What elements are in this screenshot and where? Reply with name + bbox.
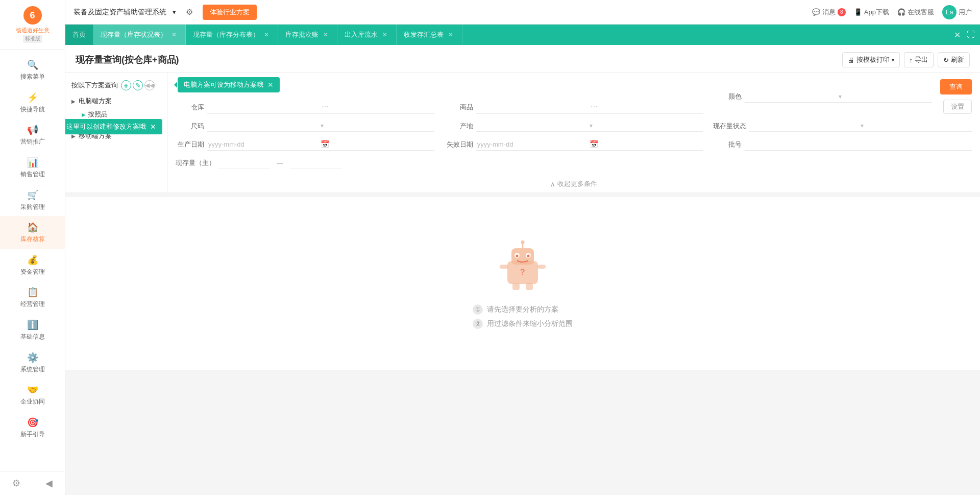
tab-close-all-icon[interactable]: ✕ (953, 29, 962, 41)
tab-inventory-dist[interactable]: 现存量（库存分布表） ✕ (186, 25, 278, 45)
tab-batch[interactable]: 库存批次账 ✕ (278, 25, 337, 45)
message-item[interactable]: 💬 消息 8 (812, 8, 846, 17)
filter-scheme-area: 按以下方案查询 + ✎ ◀◀ 电脑方案可设为移动方案哦 ✕ (65, 73, 980, 193)
calendar-icon-2[interactable]: 📅 (590, 140, 702, 148)
export-button[interactable]: ↑ 导出 (904, 52, 934, 67)
svg-rect-8 (500, 265, 508, 269)
create-scheme-popover: 这里可以创建和修改方案哦 ✕ (65, 119, 162, 134)
sidebar-bottom: ⚙ ◀ (0, 471, 65, 495)
experience-button[interactable]: 体验行业方案 (203, 5, 257, 20)
tab-close-4[interactable]: ✕ (381, 31, 389, 39)
quick-nav-icon: ⚡ (27, 91, 39, 104)
collapse-row[interactable]: ∧ 收起更多条件 (176, 175, 972, 193)
avatar: Ea (942, 5, 957, 19)
app-download-label: App下载 (864, 8, 889, 17)
filter-row-1: 仓库 ··· 商品 ··· (176, 79, 972, 114)
sidebar-settings-btn[interactable]: ⚙ (10, 476, 22, 491)
tab-close-2[interactable]: ✕ (262, 31, 271, 39)
filter-cell-prod-date: 生产日期 yyyy-mm-dd 📅 (176, 138, 434, 151)
query-button[interactable]: 查询 (940, 79, 972, 95)
sidebar-collapse-btn[interactable]: ◀ (43, 476, 55, 491)
filter-fields-panel: 仓库 ··· 商品 ··· (167, 73, 980, 193)
refresh-button[interactable]: ↻ 刷新 (938, 52, 970, 67)
empty-state: ? ① 请先选择要分析的方案 ② 用过滤条件来缩小分析范围 (65, 197, 980, 370)
back-scheme-button[interactable]: ◀◀ (144, 80, 155, 90)
sidebar-item-search[interactable]: 🔍 搜索菜单 (0, 54, 65, 86)
sidebar-item-collab[interactable]: 🤝 企业协同 (0, 379, 65, 411)
goods-label: 商品 (445, 103, 473, 112)
user-item[interactable]: Ea 用户 (942, 5, 972, 19)
batch-input[interactable] (745, 138, 972, 151)
warehouse-dots-icon[interactable]: ··· (322, 102, 433, 111)
message-icon: 💬 (812, 8, 820, 16)
app-download-item[interactable]: 📱 App下载 (854, 8, 889, 17)
sidebar: 6 畅通道好生意 标准版 🔍 搜索菜单 ⚡ 快捷导航 📢 营销推广 📊 销售管理… (0, 0, 65, 495)
svg-text:?: ? (520, 268, 525, 276)
sidebar-item-system[interactable]: ⚙️ 系统管理 (0, 346, 65, 379)
filter-row-3: 生产日期 yyyy-mm-dd 📅 失效日期 yyyy-mm-dd 📅 (176, 138, 972, 151)
warehouse-select[interactable]: ··· (207, 100, 434, 114)
stock-main-input-from[interactable] (218, 157, 270, 169)
color-select[interactable]: ▾ (745, 91, 932, 103)
desktop-scheme-section: ▶ 电脑端方案 ▶ 按照品 (65, 95, 167, 121)
origin-chevron-icon: ▾ (590, 122, 702, 129)
origin-select[interactable]: ▾ (476, 120, 703, 132)
collapse-up-icon: ∧ (550, 180, 555, 188)
page-title: 现存量查询(按仓库+商品) (76, 54, 179, 66)
template-print-button[interactable]: 🖨 按模板打印 ▾ (842, 52, 900, 67)
sidebar-item-finance[interactable]: 💰 资金管理 (0, 249, 65, 281)
tab-summary[interactable]: 收发存汇总表 ✕ (397, 25, 462, 45)
tab-inventory-status[interactable]: 现存量（库存状况表） ✕ (93, 25, 186, 45)
stock-status-chevron-icon: ▾ (861, 122, 971, 129)
scheme-popover-close[interactable]: ✕ (267, 81, 274, 89)
prod-date-placeholder: yyyy-mm-dd (208, 140, 321, 148)
origin-label: 产地 (445, 122, 473, 131)
tab-close-3[interactable]: ✕ (322, 31, 330, 39)
sidebar-item-guide[interactable]: 🎯 新手引导 (0, 411, 65, 444)
tab-close-1[interactable]: ✕ (170, 31, 178, 39)
color-chevron-icon: ▾ (839, 93, 931, 100)
stock-status-select[interactable]: ▾ (749, 120, 972, 132)
guide-nav-icon: 🎯 (27, 416, 39, 429)
sales-nav-icon: 📊 (27, 156, 39, 169)
goods-dots-icon[interactable]: ··· (591, 102, 702, 111)
logo-icon: 6 (23, 6, 42, 25)
sidebar-item-marketing[interactable]: 📢 营销推广 (0, 119, 65, 151)
calendar-icon-1[interactable]: 📅 (321, 140, 433, 148)
tab-home[interactable]: 首页 (65, 25, 93, 45)
sidebar-item-purchase[interactable]: 🛒 采购管理 (0, 184, 65, 217)
filter-row-2: 尺码 ▾ 产地 ▾ (176, 120, 972, 132)
desktop-scheme-header[interactable]: ▶ 电脑端方案 (65, 95, 167, 108)
filter-cell-goods: 商品 ··· (445, 100, 703, 114)
goods-select[interactable]: ··· (476, 100, 703, 114)
size-select[interactable]: ▾ (207, 120, 434, 132)
sidebar-item-quick[interactable]: ⚡ 快捷导航 (0, 86, 65, 119)
sidebar-item-operations[interactable]: 📋 经营管理 (0, 281, 65, 314)
logo-badge: 标准版 (23, 35, 42, 43)
tab-flow[interactable]: 出入库流水 ✕ (337, 25, 397, 45)
tab-fullscreen-icon[interactable]: ⛶ (966, 29, 976, 40)
tab-close-5[interactable]: ✕ (447, 31, 455, 39)
step-1-text: 请先选择要分析的方案 (487, 305, 558, 314)
query-btns: 查询 设置 (935, 79, 972, 114)
add-scheme-button[interactable]: + (121, 80, 131, 90)
field-settings-button[interactable]: 设置 (943, 100, 972, 114)
edit-scheme-button[interactable]: ✎ (133, 80, 143, 90)
sidebar-item-inventory[interactable]: 🏠 库存核算 (0, 216, 65, 249)
sidebar-item-sales[interactable]: 📊 销售管理 (0, 151, 65, 184)
message-badge: 8 (838, 8, 846, 16)
prod-date-input[interactable]: yyyy-mm-dd 📅 (207, 138, 434, 151)
settings-icon[interactable]: ⚙ (182, 5, 197, 19)
sidebar-item-basic[interactable]: ℹ️ 基础信息 (0, 314, 65, 346)
system-dropdown[interactable]: ▾ (173, 8, 176, 16)
batch-label: 批号 (713, 140, 742, 149)
tab-home-label: 首页 (72, 30, 86, 39)
tab-flow-label: 出入库流水 (345, 30, 378, 39)
filter-cell-size: 尺码 ▾ (176, 120, 434, 132)
chevron-down-icon: ▾ (892, 57, 894, 63)
warehouse-label: 仓库 (176, 103, 204, 112)
online-support-item[interactable]: 🎧 在线客服 (897, 8, 934, 17)
create-scheme-close[interactable]: ✕ (150, 123, 156, 131)
exp-date-input[interactable]: yyyy-mm-dd 📅 (476, 138, 703, 151)
stock-main-input-to[interactable] (290, 157, 341, 169)
